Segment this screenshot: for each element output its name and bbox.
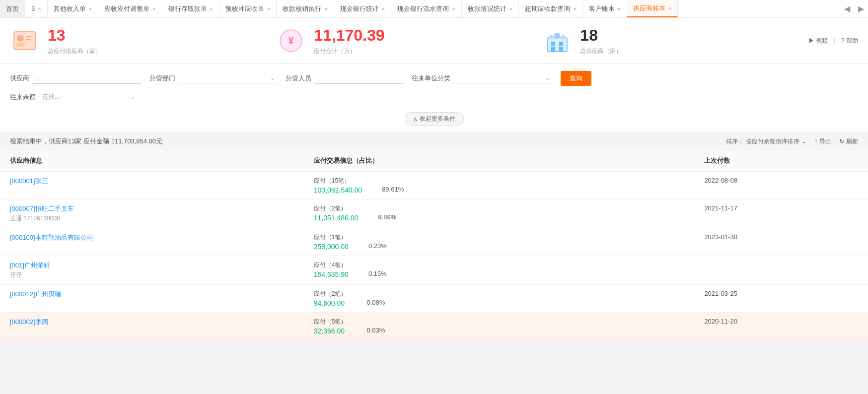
pay-percent: 0.08% [366, 299, 385, 306]
nav-next-button[interactable]: ▶ [854, 4, 868, 13]
nav-close-customer-ledger[interactable]: × [618, 6, 621, 12]
nav-item-ar-ap-adjust[interactable]: 应收应付调整单× [98, 0, 162, 17]
dept-label: 分管部门 [149, 74, 175, 83]
balance-filter: 往来余额 选择... ⌄ [10, 91, 138, 103]
nav-close-overdue-ar[interactable]: × [573, 6, 576, 12]
summary-card-3: 18 总供应商（家） [542, 26, 793, 56]
supplier-label: 供应商 [10, 74, 29, 83]
person-filter: 分管人员 [286, 73, 404, 84]
nav-item-bank-deposit[interactable]: 银行存取款单× [162, 0, 219, 17]
nav-item-receipt-verify[interactable]: 收款核销执行× [277, 0, 334, 17]
export-button[interactable]: ↑ 导出 [814, 137, 831, 146]
svg-rect-2 [16, 43, 25, 47]
last-pay-cell: 2022-08-08 [694, 172, 868, 199]
nav-item-other-income[interactable]: 其他收入单× [48, 0, 98, 17]
nav-item-cash-bank-query[interactable]: 现金银行流水查询× [391, 0, 461, 17]
nav-close-cash-bank-query[interactable]: × [452, 6, 455, 12]
transaction-cell: 应付（15笔） 100,092,540.00 89.61% [304, 172, 695, 199]
nav-close-bank-deposit[interactable]: × [210, 6, 213, 12]
category-filter: 往来单位分类 ⌄ [412, 73, 553, 83]
nav-close-pre-ar[interactable]: × [267, 6, 270, 12]
collapse-icon: ∧ [413, 116, 418, 123]
nav-item-pre-ar[interactable]: 预收冲应收单× [219, 0, 277, 17]
top-right-links: ▶ 视频 | ? 帮助 [808, 37, 859, 45]
supplier-link[interactable]: [000002]李四 [10, 318, 48, 326]
balance-chevron-icon: ⌄ [131, 94, 135, 100]
result-actions: 排序： 按应付余额倒序排序 ⌄ ↑ 导出 ↻ 刷新 [726, 137, 858, 146]
pay-amount: 164,635.90 [314, 270, 349, 278]
pay-amount: 11,051,486.00 [314, 214, 359, 222]
supplier-link[interactable]: [000012]广州贝瑞 [10, 290, 61, 298]
pay-label: 应付（15笔） [314, 177, 362, 185]
transaction-cell: 应付（2笔） 11,051,486.00 9.89% [304, 199, 695, 227]
search-button[interactable]: 查询 [561, 71, 591, 86]
nav-item-supplier-ledger[interactable]: 供应商账本× [627, 0, 678, 17]
transaction-cell: 应付（1笔） 258,000.00 0.23% [304, 228, 695, 256]
pay-amount: 258,000.00 [314, 243, 349, 251]
collapse-button[interactable]: ∧ 收起更多条件 [405, 112, 464, 126]
table-area: 供应商信息 应付交易信息（占比） 上次付数 [000001]张三 应付（15笔）… [0, 150, 868, 340]
svg-rect-8 [551, 42, 555, 46]
card1-icon [10, 26, 40, 56]
transaction-cell: 应付（5笔） 32,366.00 0.03% [304, 313, 695, 340]
supplier-cell: [000012]广州贝瑞 [0, 285, 304, 313]
nav-item-tab3[interactable]: 3× [25, 0, 48, 17]
table-row: [000007]恒旺二手叉车王通 17106110000 应付（2笔） 11,0… [0, 199, 868, 228]
nav-close-receipt-stat[interactable]: × [509, 6, 512, 12]
card3-number: 18 [580, 26, 622, 45]
summary-card-2: ¥ 11,170.39 应付合计（万） [276, 26, 527, 56]
video-link[interactable]: ▶ 视频 [808, 37, 828, 45]
help-link[interactable]: ? 帮助 [841, 37, 858, 45]
svg-rect-7 [547, 38, 567, 52]
card1-label: 总应付供应商（家） [48, 47, 101, 56]
category-select[interactable]: ⌄ [453, 73, 553, 83]
video-icon: ▶ [808, 37, 814, 44]
pay-label: 应付（5笔） [314, 318, 347, 326]
supplier-link[interactable]: [000001]张三 [10, 177, 48, 185]
dept-filter: 分管部门 ⌄ [149, 73, 278, 83]
dept-chevron-icon: ⌄ [270, 75, 275, 81]
nav-item-cash-bank-stat[interactable]: 现金银行统计× [334, 0, 391, 17]
supplier-cell: [000100]本特勒油品有限公司 [0, 228, 304, 256]
export-icon: ↑ [814, 138, 817, 145]
nav-item-home[interactable]: 首页 [0, 0, 25, 17]
nav-close-tab3[interactable]: × [38, 6, 41, 12]
balance-label: 往来余额 [10, 93, 36, 102]
help-icon: ? [841, 37, 845, 44]
nav-item-customer-ledger[interactable]: 客户账本× [583, 0, 627, 17]
nav-close-other-income[interactable]: × [89, 6, 92, 12]
refresh-button[interactable]: ↻ 刷新 [839, 137, 858, 146]
nav-item-receipt-stat[interactable]: 收款情况统计× [462, 0, 519, 17]
summary-card-1: 13 总应付供应商（家） [10, 26, 261, 56]
pay-amount: 94,600.00 [314, 299, 347, 307]
person-input[interactable] [314, 73, 404, 84]
supplier-input[interactable] [32, 73, 142, 84]
table-scroll[interactable]: 供应商信息 应付交易信息（占比） 上次付数 [000001]张三 应付（15笔）… [0, 150, 868, 340]
result-summary-text: 搜索结果中，供应商13家 应付金额 111,703,854.00元 [10, 137, 162, 146]
card3-icon [542, 26, 572, 56]
pay-amount: 100,092,540.00 [314, 186, 362, 194]
pay-percent: 0.15% [368, 270, 387, 277]
pay-percent: 89.61% [382, 186, 404, 193]
nav-prev-button[interactable]: ◀ [840, 4, 854, 13]
dept-select[interactable]: ⌄ [178, 73, 278, 83]
supplier-cell: [000007]恒旺二手叉车王通 17106110000 [0, 199, 304, 228]
svg-rect-14 [561, 35, 565, 39]
nav-close-receipt-verify[interactable]: × [324, 6, 327, 12]
supplier-link[interactable]: [001]广州荣轩 [10, 262, 50, 269]
sort-select[interactable]: 排序： 按应付余额倒序排序 ⌄ [726, 137, 806, 146]
filter-area: 供应商 分管部门 ⌄ 分管人员 往来单位分类 ⌄ 查询 [0, 64, 868, 133]
nav-close-ar-ap-adjust[interactable]: × [152, 6, 155, 12]
card3-label: 总供应商（家） [580, 47, 622, 56]
nav-item-overdue-ar[interactable]: 超期应收款查询× [519, 0, 582, 17]
svg-rect-3 [26, 36, 33, 37]
main-table: 供应商信息 应付交易信息（占比） 上次付数 [000001]张三 应付（15笔）… [0, 150, 868, 340]
svg-rect-4 [26, 39, 31, 40]
balance-select[interactable]: 选择... ⌄ [39, 91, 138, 103]
nav-close-supplier-ledger[interactable]: × [668, 5, 671, 11]
transaction-cell: 应付（2笔） 94,600.00 0.08% [304, 285, 695, 312]
nav-close-cash-bank-stat[interactable]: × [382, 6, 385, 12]
supplier-link[interactable]: [000100]本特勒油品有限公司 [10, 234, 93, 241]
supplier-link[interactable]: [000007]恒旺二手叉车 [10, 205, 74, 212]
balance-select-text: 选择... [42, 92, 131, 101]
